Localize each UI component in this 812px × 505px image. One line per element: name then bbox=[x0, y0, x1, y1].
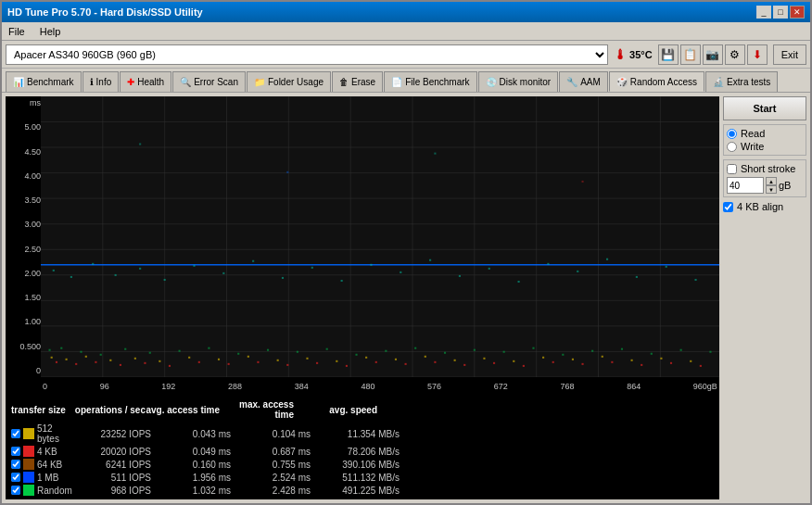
icon-btn-3[interactable]: 📷 bbox=[703, 44, 723, 65]
svg-rect-70 bbox=[700, 365, 702, 367]
size-64kb: 64 KB bbox=[37, 460, 62, 470]
svg-rect-115 bbox=[577, 271, 578, 272]
svg-rect-97 bbox=[70, 276, 72, 278]
spin-down-button[interactable]: ▼ bbox=[766, 185, 777, 194]
tab-info[interactable]: ℹ Info bbox=[82, 71, 120, 92]
main-window: HD Tune Pro 5.70 - Hard Disk/SSD Utility… bbox=[0, 0, 812, 505]
header-size: transfer size bbox=[11, 405, 71, 415]
info-icon: ℹ bbox=[90, 77, 94, 87]
title-bar: HD Tune Pro 5.70 - Hard Disk/SSD Utility… bbox=[2, 2, 810, 22]
spin-up-button[interactable]: ▲ bbox=[766, 177, 777, 185]
svg-rect-24 bbox=[66, 359, 68, 360]
write-radio[interactable] bbox=[727, 142, 737, 152]
svg-rect-96 bbox=[53, 270, 55, 271]
color-1mb bbox=[23, 472, 34, 483]
tab-health[interactable]: ✚ Health bbox=[120, 71, 171, 92]
svg-rect-35 bbox=[365, 357, 367, 359]
exit-button[interactable]: Exit bbox=[773, 44, 806, 65]
svg-rect-59 bbox=[375, 361, 377, 363]
short-stroke-row: Short stroke bbox=[727, 163, 803, 174]
read-label: Read bbox=[741, 128, 765, 139]
minimize-button[interactable]: _ bbox=[756, 6, 771, 19]
svg-rect-37 bbox=[425, 356, 426, 358]
start-button[interactable]: Start bbox=[723, 96, 806, 120]
maximize-button[interactable]: □ bbox=[773, 6, 788, 19]
svg-rect-108 bbox=[370, 264, 372, 266]
tab-folder-usage[interactable]: 📁 Folder Usage bbox=[247, 71, 331, 92]
legend-area: transfer size operations / sec avg. acce… bbox=[6, 396, 719, 499]
svg-rect-60 bbox=[405, 363, 407, 365]
align-label: 4 KB align bbox=[737, 201, 783, 212]
speed-512: 11.354 MB/s bbox=[316, 429, 400, 439]
menu-help[interactable]: Help bbox=[37, 25, 64, 38]
aam-icon: 🔧 bbox=[566, 77, 577, 87]
side-panel: Start Read Write Short stroke bbox=[723, 96, 806, 499]
icon-btn-5[interactable]: ⬇ bbox=[747, 44, 768, 65]
svg-rect-118 bbox=[666, 266, 667, 268]
checkbox-64kb[interactable] bbox=[11, 460, 20, 469]
checkbox-1mb[interactable] bbox=[11, 473, 20, 482]
legend-check-512: 512 bytes bbox=[11, 423, 71, 444]
list-item: 64 KB 6241 IOPS 0.160 ms 0.755 ms 390.10… bbox=[11, 459, 714, 470]
tab-random-access[interactable]: 🎲 Random Access bbox=[609, 71, 704, 92]
max-random: 2.428 ms bbox=[236, 486, 311, 496]
svg-rect-120 bbox=[139, 144, 141, 145]
svg-rect-117 bbox=[636, 276, 638, 278]
align-checkbox[interactable] bbox=[723, 202, 733, 212]
svg-rect-56 bbox=[286, 364, 288, 366]
icon-btn-4[interactable]: ⚙ bbox=[725, 44, 745, 65]
svg-rect-116 bbox=[606, 259, 608, 260]
legend-check-1mb: 1 MB bbox=[11, 472, 71, 483]
gb-input[interactable] bbox=[727, 177, 764, 194]
read-radio-row: Read bbox=[727, 128, 803, 139]
svg-rect-79 bbox=[237, 353, 239, 355]
menu-bar: File Help bbox=[2, 22, 810, 41]
svg-rect-107 bbox=[341, 280, 343, 282]
svg-rect-48 bbox=[75, 363, 77, 365]
y-label-7: 2.00 bbox=[7, 269, 41, 278]
svg-rect-76 bbox=[149, 352, 151, 354]
svg-rect-57 bbox=[316, 362, 318, 364]
legend-check-4kb: 4 KB bbox=[11, 446, 71, 457]
tab-erase[interactable]: 🗑 Erase bbox=[332, 71, 383, 92]
menu-file[interactable]: File bbox=[6, 25, 28, 38]
tab-file-benchmark[interactable]: 📄 File Benchmark bbox=[384, 71, 476, 92]
svg-rect-100 bbox=[139, 268, 141, 270]
drive-select[interactable]: Apacer AS340 960GB (960 gB) bbox=[6, 44, 608, 65]
svg-rect-52 bbox=[169, 365, 171, 367]
svg-rect-113 bbox=[518, 281, 520, 283]
svg-rect-106 bbox=[311, 267, 313, 269]
icon-btn-1[interactable]: 💾 bbox=[658, 44, 679, 65]
tab-error-scan[interactable]: 🔍 Error Scan bbox=[172, 71, 246, 92]
short-stroke-checkbox[interactable] bbox=[727, 164, 737, 174]
avg-64kb: 0.160 ms bbox=[157, 460, 231, 470]
avg-512: 0.043 ms bbox=[157, 429, 231, 439]
title-bar-buttons: _ □ ✕ bbox=[756, 6, 805, 19]
y-label-9: 1.00 bbox=[7, 317, 41, 326]
svg-rect-69 bbox=[670, 362, 672, 364]
tab-disk-monitor[interactable]: 💿 Disk monitor bbox=[478, 71, 559, 92]
tab-extra-tests[interactable]: 🔬 Extra tests bbox=[705, 71, 778, 92]
write-label: Write bbox=[741, 141, 764, 152]
svg-rect-119 bbox=[694, 279, 696, 281]
close-button[interactable]: ✕ bbox=[790, 6, 805, 19]
checkbox-512[interactable] bbox=[11, 429, 20, 438]
svg-rect-67 bbox=[611, 361, 613, 363]
x-label-7: 672 bbox=[494, 382, 508, 391]
icon-btn-2[interactable]: 📋 bbox=[680, 44, 701, 65]
svg-rect-53 bbox=[198, 361, 200, 363]
tab-aam[interactable]: 🔧 AAM bbox=[559, 71, 608, 92]
svg-rect-45 bbox=[660, 358, 662, 360]
svg-rect-112 bbox=[488, 268, 490, 270]
svg-rect-68 bbox=[641, 364, 642, 366]
y-label-11: 0 bbox=[7, 366, 41, 375]
folder-icon: 📁 bbox=[254, 77, 265, 87]
svg-rect-104 bbox=[252, 260, 254, 262]
toolbar-icons: 💾 📋 📷 ⚙ ⬇ bbox=[658, 44, 768, 65]
svg-rect-39 bbox=[483, 358, 485, 360]
tab-benchmark[interactable]: 📊 Benchmark bbox=[6, 71, 82, 92]
read-radio[interactable] bbox=[727, 129, 737, 139]
svg-rect-88 bbox=[503, 351, 505, 353]
checkbox-random[interactable] bbox=[11, 486, 20, 495]
checkbox-4kb[interactable] bbox=[11, 447, 20, 456]
